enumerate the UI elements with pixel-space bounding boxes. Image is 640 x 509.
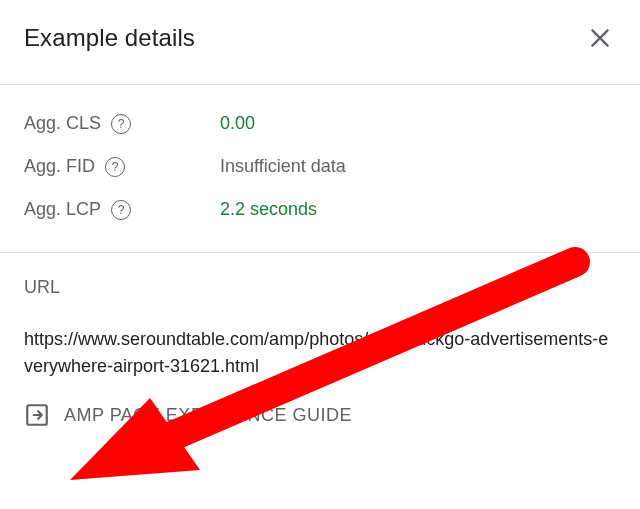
help-icon[interactable]: ? (111, 200, 131, 220)
metric-row-cls: Agg. CLS ? 0.00 (24, 113, 616, 134)
close-icon (587, 25, 613, 51)
metrics-section: Agg. CLS ? 0.00 Agg. FID ? Insufficient … (0, 85, 640, 252)
amp-guide-label: AMP PAGE EXPERIENCE GUIDE (64, 405, 352, 426)
example-details-panel: Example details Agg. CLS ? 0.00 Agg. FID… (0, 0, 640, 509)
metric-row-fid: Agg. FID ? Insufficient data (24, 156, 616, 177)
metric-label-cls: Agg. CLS ? (24, 113, 220, 134)
metric-row-lcp: Agg. LCP ? 2.2 seconds (24, 199, 616, 220)
metric-label-text: Agg. FID (24, 156, 95, 177)
panel-header: Example details (0, 0, 640, 84)
metric-value-cls: 0.00 (220, 113, 255, 134)
help-icon[interactable]: ? (105, 157, 125, 177)
url-heading: URL (24, 277, 616, 298)
metric-label-fid: Agg. FID ? (24, 156, 220, 177)
help-icon[interactable]: ? (111, 114, 131, 134)
amp-guide-link[interactable]: AMP PAGE EXPERIENCE GUIDE (24, 402, 616, 428)
metric-value-fid: Insufficient data (220, 156, 346, 177)
open-external-icon (24, 402, 50, 428)
close-button[interactable] (584, 22, 616, 54)
metric-value-lcp: 2.2 seconds (220, 199, 317, 220)
url-text: https://www.seroundtable.com/amp/photos/… (24, 326, 616, 380)
url-section: URL https://www.seroundtable.com/amp/pho… (0, 253, 640, 428)
metric-label-text: Agg. LCP (24, 199, 101, 220)
panel-title: Example details (24, 24, 195, 52)
metric-label-text: Agg. CLS (24, 113, 101, 134)
metric-label-lcp: Agg. LCP ? (24, 199, 220, 220)
